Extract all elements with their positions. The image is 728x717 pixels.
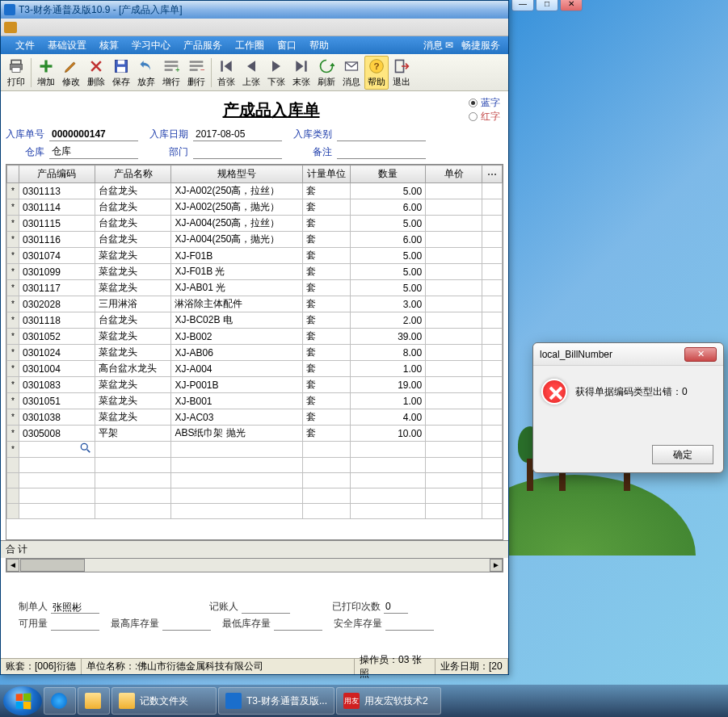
cell-price[interactable] [426,296,482,312]
cell-qty[interactable]: 6.00 [350,199,426,216]
cell-spec[interactable]: XJ-P001B [171,377,303,393]
taskbar-explorer[interactable] [78,687,110,715]
cell-qty[interactable]: 8.00 [350,345,426,361]
magnify-icon[interactable] [80,442,91,454]
cell-qty[interactable]: 3.00 [350,296,426,312]
cell-spec[interactable]: XJ-B001 [171,393,303,409]
menu-message[interactable]: 消息 ✉ [423,39,453,52]
cell-unit[interactable]: 套 [303,377,350,393]
menu-calc[interactable]: 核算 [93,37,125,54]
cell-qty[interactable]: 5.00 [350,216,426,232]
cell-qty[interactable]: 10.00 [350,426,426,442]
table-row[interactable]: * 0305008 平架 ABS纸巾架 抛光 套 10.00 [7,426,503,442]
tool-save-button[interactable]: 保存 [109,56,133,90]
mdi-icon[interactable] [4,22,17,33]
cell-unit[interactable]: 套 [303,329,350,345]
cell-unit[interactable]: 套 [303,393,350,409]
cell-qty[interactable]: 19.00 [350,377,426,393]
cell-qty[interactable]: 5.00 [350,264,426,280]
cell-name[interactable]: 台盆龙头 [95,232,171,248]
cell-name[interactable]: 菜盆龙头 [95,280,171,296]
cell-spec[interactable]: XJ-A004(250高，抛光） [171,232,303,248]
dialog-ok-button[interactable]: 确定 [652,445,713,464]
grid[interactable]: 产品编码产品名称规格型号计量单位数量单价⋯ * 0301113 台盆龙头 XJ-… [6,164,503,540]
cell-unit[interactable]: 套 [303,232,350,248]
tool-print-button[interactable]: 打印 [4,56,28,90]
table-row-new[interactable]: * [7,442,503,458]
start-button[interactable] [3,686,42,715]
cell-code[interactable]: 0301038 [19,409,95,426]
cell-qty[interactable]: 6.00 [350,232,426,248]
input-memo[interactable] [337,145,426,159]
table-row[interactable]: * 0301099 菜盆龙头 XJ-F01B 光 套 5.00 [7,264,503,280]
cell-code[interactable]: 0301115 [19,216,95,232]
cell-name[interactable]: 台盆龙头 [95,183,171,199]
cell-price[interactable] [426,216,482,232]
tool-prev-button[interactable]: 上张 [239,56,263,90]
cell-qty[interactable]: 2.00 [350,312,426,329]
cell-spec[interactable]: ABS纸巾架 抛光 [171,426,303,442]
col-header[interactable]: 产品编码 [19,166,95,183]
cell-name[interactable]: 菜盆龙头 [95,409,171,426]
scroll-right-icon[interactable]: ► [490,559,503,572]
dialog-titlebar[interactable]: local_BillNumber ✕ [533,343,723,366]
table-row-empty[interactable] [7,504,503,519]
window-minimize-button[interactable]: — [511,0,534,11]
menu-help[interactable]: 帮助 [303,37,335,54]
cell-name[interactable]: 台盆龙头 [95,199,171,216]
cell-spec[interactable]: XJ-A004 [171,361,303,377]
cell-spec[interactable]: XJ-AB01 光 [171,280,303,296]
tool-message-button[interactable]: 消息 [339,56,364,90]
cell-price[interactable] [426,377,482,393]
tool-exit-button[interactable]: 退出 [389,56,414,90]
cell-name[interactable]: 三用淋浴 [95,296,171,312]
cell-name[interactable]: 菜盆龙头 [95,377,171,393]
cell-code[interactable]: 0301083 [19,377,95,393]
table-row[interactable]: * 0301113 台盆龙头 XJ-A002(250高，拉丝） 套 5.00 [7,183,503,199]
cell-name[interactable]: 菜盆龙头 [95,329,171,345]
cell-code[interactable]: 0301099 [19,264,95,280]
cell-spec[interactable]: XJ-AC03 [171,409,303,426]
table-row[interactable]: * 0301051 菜盆龙头 XJ-B001 套 1.00 [7,393,503,409]
menu-service[interactable]: 畅捷服务 [461,39,500,52]
tool-addrow-button[interactable]: +增行 [159,56,183,90]
titlebar[interactable]: T3-财务通普及版10.9 - [产成品入库单] [1,1,508,19]
cell-spec[interactable]: 淋浴除主体配件 [171,296,303,312]
cell-unit[interactable]: 套 [303,216,350,232]
cell-unit[interactable]: 套 [303,183,350,199]
col-header[interactable]: 计量单位 [303,166,350,183]
taskbar-item-1[interactable]: T3-财务通普及版... [218,687,335,715]
cell-spec[interactable]: XJ-A004(250高，拉丝） [171,216,303,232]
cell-code[interactable]: 0301117 [19,280,95,296]
radio-red[interactable]: 红字 [469,110,500,124]
scroll-thumb[interactable] [20,559,85,572]
cell-spec[interactable]: XJ-B002 [171,329,303,345]
taskbar-item-0[interactable]: 记数文件夹 [112,687,217,715]
menu-workcircle[interactable]: 工作圈 [229,37,271,54]
window-maximize-button[interactable]: □ [536,0,558,11]
tool-abandon-button[interactable]: 放弃 [134,56,158,90]
table-row[interactable]: * 0301115 台盆龙头 XJ-A004(250高，拉丝） 套 5.00 [7,216,503,232]
cell-code[interactable]: 0301116 [19,232,95,248]
cell-spec[interactable]: XJ-F01B [171,248,303,264]
cell-qty[interactable]: 4.00 [350,409,426,426]
table-row[interactable]: * 0301004 高台盆水龙头 XJ-A004 套 1.00 [7,361,503,377]
cell-name[interactable]: 台盆龙头 [95,312,171,329]
cell-spec[interactable]: XJ-BC02B 电 [171,312,303,329]
cell-name[interactable]: 高台盆水龙头 [95,361,171,377]
cell-spec[interactable]: XJ-A002(250高，拉丝） [171,183,303,199]
menu-window[interactable]: 窗口 [271,37,303,54]
cell-code[interactable]: 0301004 [19,361,95,377]
cell-unit[interactable]: 套 [303,345,350,361]
cell-price[interactable] [426,312,482,329]
col-header[interactable]: 数量 [350,166,426,183]
cell-qty[interactable]: 1.00 [350,393,426,409]
cell-qty[interactable]: 5.00 [350,248,426,264]
cell-spec[interactable]: XJ-A002(250高，抛光） [171,199,303,216]
cell-price[interactable] [426,361,482,377]
cell-code-lookup[interactable] [19,442,95,458]
cell-price[interactable] [426,393,482,409]
input-wh[interactable] [49,145,138,159]
col-header[interactable]: 规格型号 [171,166,303,183]
cell-name[interactable]: 菜盆龙头 [95,264,171,280]
